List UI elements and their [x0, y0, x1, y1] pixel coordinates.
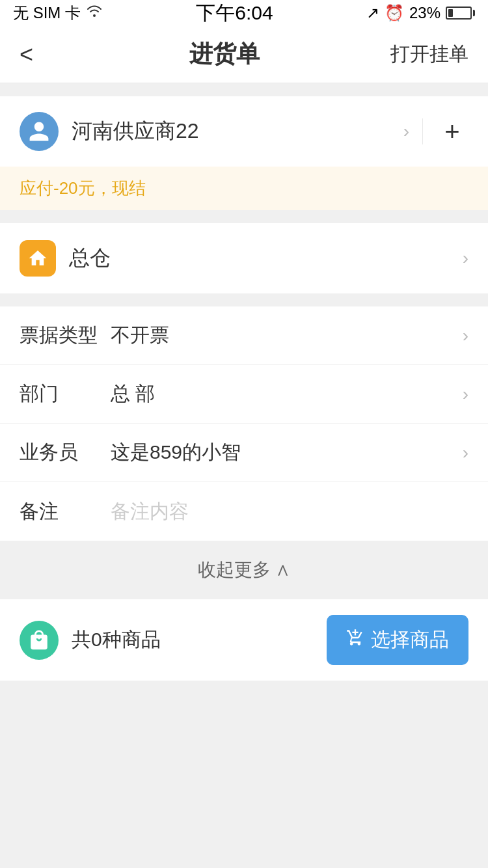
nav-bar: < 进货单 打开挂单: [0, 26, 488, 83]
section-gap-1: [0, 83, 488, 96]
cart-add-icon: [346, 629, 364, 647]
department-row[interactable]: 部门 总 部 ›: [0, 365, 488, 424]
location-icon: ↗: [366, 4, 379, 22]
bottom-fill: [0, 681, 488, 868]
status-bar: 无 SIM 卡 下午6:04 ↗ ⏰ 23%: [0, 0, 488, 26]
warehouse-icon: [20, 240, 56, 277]
select-product-icon: [346, 629, 364, 651]
invoice-type-value: 不开票: [111, 322, 463, 349]
salesperson-value: 这是859的小智: [111, 439, 463, 466]
invoice-type-chevron-icon: ›: [463, 325, 468, 346]
warehouse-row: 总仓 ›: [20, 223, 468, 293]
form-section: 票据类型 不开票 › 部门 总 部 › 业务员 这是859的小智 › 备注 备注…: [0, 306, 488, 541]
supplier-name: 河南供应商22: [72, 117, 403, 146]
salesperson-chevron-icon: ›: [463, 442, 468, 463]
status-left: 无 SIM 卡: [13, 3, 103, 23]
open-pending-button[interactable]: 打开挂单: [390, 41, 468, 68]
page-title: 进货单: [189, 38, 260, 70]
notice-text: 应付-20元，现结: [20, 178, 146, 198]
department-chevron-icon: ›: [463, 384, 468, 405]
remarks-row[interactable]: 备注 备注内容: [0, 482, 488, 541]
alarm-icon: ⏰: [385, 4, 404, 22]
supplier-divider: [422, 118, 423, 144]
invoice-type-label: 票据类型: [20, 322, 111, 349]
select-product-button[interactable]: 选择商品: [327, 615, 468, 665]
remarks-value: 备注内容: [111, 498, 468, 525]
status-right: ↗ ⏰ 23%: [366, 4, 475, 22]
warehouse-chevron-icon: ›: [463, 248, 468, 269]
notice-bar: 应付-20元，现结: [0, 167, 488, 210]
warehouse-name: 总仓: [69, 244, 463, 273]
status-time: 下午6:04: [196, 0, 273, 27]
collapse-button[interactable]: 收起更多 ∧: [0, 541, 488, 599]
back-button[interactable]: <: [20, 41, 59, 68]
person-icon: [27, 120, 51, 143]
shopping-bag-icon: [28, 629, 50, 651]
battery-icon: [446, 7, 475, 20]
department-label: 部门: [20, 381, 111, 407]
supplier-section: 河南供应商22 › +: [0, 96, 488, 167]
supplier-row[interactable]: 河南供应商22 ›: [20, 96, 409, 167]
salesperson-row[interactable]: 业务员 这是859的小智 ›: [0, 424, 488, 482]
select-product-label: 选择商品: [371, 627, 449, 653]
add-supplier-button[interactable]: +: [436, 117, 468, 146]
product-section: 共0种商品 选择商品: [0, 599, 488, 681]
supplier-chevron-icon: ›: [403, 121, 409, 142]
product-count-label: 共0种商品: [72, 627, 327, 653]
salesperson-label: 业务员: [20, 439, 111, 466]
supplier-avatar: [20, 112, 59, 151]
home-icon: [27, 248, 48, 269]
invoice-type-row[interactable]: 票据类型 不开票 ›: [0, 306, 488, 365]
department-value: 总 部: [111, 381, 463, 407]
wifi-icon: [86, 4, 103, 22]
warehouse-section[interactable]: 总仓 ›: [0, 223, 488, 293]
carrier-label: 无 SIM 卡: [13, 3, 81, 23]
remarks-label: 备注: [20, 498, 111, 525]
battery-percent: 23%: [409, 4, 441, 22]
product-icon: [20, 621, 59, 660]
